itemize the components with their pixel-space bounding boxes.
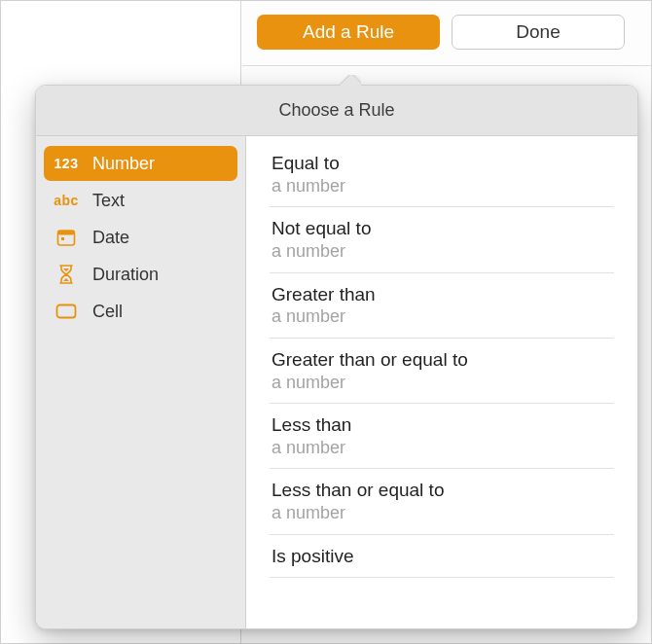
rule-title: Greater than or equal to xyxy=(272,348,612,372)
sidebar-item-date[interactable]: Date xyxy=(44,220,237,255)
done-label: Done xyxy=(516,21,560,43)
rule-title: Equal to xyxy=(272,152,612,175)
add-a-rule-button[interactable]: Add a Rule xyxy=(257,15,440,50)
svg-rect-1 xyxy=(58,231,75,235)
sidebar-item-duration[interactable]: Duration xyxy=(44,257,237,292)
sidebar-item-label: Date xyxy=(92,228,129,248)
done-button[interactable]: Done xyxy=(452,15,625,50)
rule-title: Not equal to xyxy=(272,217,612,240)
sidebar-item-number[interactable]: 123 Number xyxy=(44,146,237,181)
window-frame: Add a Rule Done Choose a Rule 123 Number xyxy=(0,0,652,644)
svg-rect-3 xyxy=(57,305,76,318)
rule-title: Less than or equal to xyxy=(272,479,612,502)
cell-icon xyxy=(54,304,79,319)
rules-list: Equal to a number Not equal to a number … xyxy=(246,136,637,628)
sidebar-item-text[interactable]: abc Text xyxy=(44,183,237,218)
svg-rect-2 xyxy=(61,237,64,240)
toolbar-divider xyxy=(242,65,651,66)
rule-item-greater-than[interactable]: Greater than a number xyxy=(270,273,614,339)
rule-subtitle: a number xyxy=(272,437,612,459)
rule-subtitle: a number xyxy=(272,240,612,263)
sidebar-item-label: Duration xyxy=(92,265,159,285)
choose-rule-popover: Choose a Rule 123 Number abc Text xyxy=(35,85,638,629)
rule-subtitle: a number xyxy=(272,305,612,328)
sidebar-item-label: Cell xyxy=(92,302,123,322)
rule-subtitle: a number xyxy=(272,502,612,524)
rule-item-not-equal-to[interactable]: Not equal to a number xyxy=(270,207,614,272)
sidebar-item-cell[interactable]: Cell xyxy=(44,294,237,329)
calendar-icon xyxy=(54,228,79,247)
popover-title-text: Choose a Rule xyxy=(278,100,394,121)
rule-subtitle: a number xyxy=(272,175,612,197)
number-icon: 123 xyxy=(54,156,79,171)
add-a-rule-label: Add a Rule xyxy=(303,21,394,43)
rule-title: Less than xyxy=(272,413,612,437)
hourglass-icon xyxy=(54,265,79,284)
toolbar: Add a Rule Done xyxy=(257,15,625,50)
popover-arrow xyxy=(340,75,361,87)
popover-title: Choose a Rule xyxy=(36,86,637,136)
rule-title: Is positive xyxy=(272,545,612,568)
popover-body: 123 Number abc Text xyxy=(36,136,637,628)
rule-title: Greater than xyxy=(272,283,612,306)
rule-item-less-than[interactable]: Less than a number xyxy=(270,404,614,469)
rule-item-is-positive[interactable]: Is positive xyxy=(270,535,614,579)
rule-item-greater-than-or-equal-to[interactable]: Greater than or equal to a number xyxy=(270,339,614,404)
text-icon: abc xyxy=(54,193,79,208)
rule-item-equal-to[interactable]: Equal to a number xyxy=(270,142,614,207)
sidebar-item-label: Number xyxy=(92,154,155,174)
rule-category-sidebar: 123 Number abc Text xyxy=(36,136,246,628)
rule-subtitle: a number xyxy=(272,372,612,394)
sidebar-item-label: Text xyxy=(92,191,125,211)
rule-item-less-than-or-equal-to[interactable]: Less than or equal to a number xyxy=(270,469,614,534)
